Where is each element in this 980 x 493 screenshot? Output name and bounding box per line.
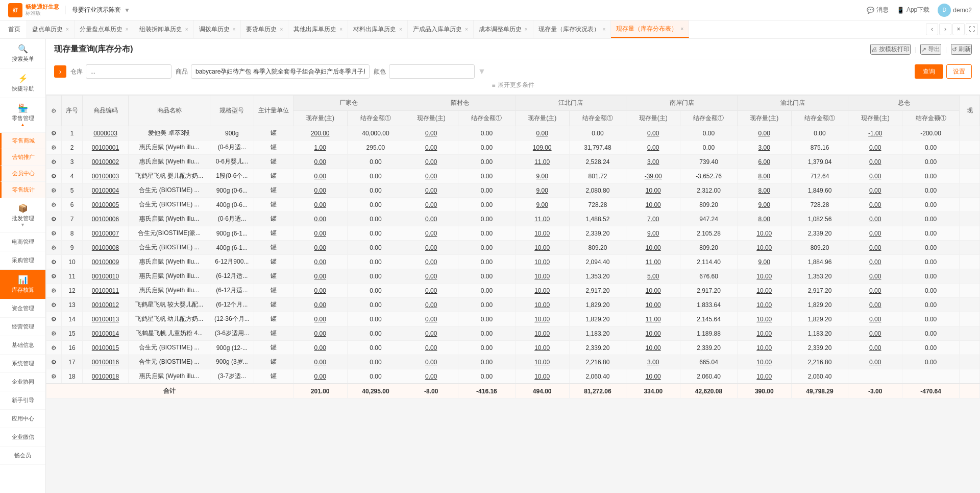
tab-prev-btn[interactable]: ‹ — [926, 23, 938, 35]
tab-close-all-btn[interactable]: × — [952, 23, 965, 35]
sidebar-item-basic[interactable]: 基础信息 — [0, 336, 45, 355]
cell-yimd-amt: 2,060.40 — [791, 369, 848, 384]
app-download-btn[interactable]: 📱 App下载 — [897, 6, 929, 14]
cell-settings[interactable]: ⚙ — [46, 255, 62, 269]
cell-total-amt: 0.00 — [902, 155, 960, 169]
sidebar-item-system[interactable]: 系统管理 — [0, 355, 45, 373]
tab-close-icon[interactable]: × — [185, 27, 188, 32]
tab-sub-inventory[interactable]: 分量盘点单历史 × — [75, 20, 134, 38]
tab-home[interactable]: 首页 — [2, 20, 27, 38]
tab-material-outbound[interactable]: 材料出库单历史 × — [348, 20, 408, 38]
sidebar-item-vip-member[interactable]: 畅会员 — [0, 447, 45, 465]
message-btn[interactable]: 💬 消息 — [867, 6, 889, 14]
tab-order-history[interactable]: 要货单历史 × — [241, 20, 288, 38]
tab-close-icon[interactable]: × — [233, 27, 236, 32]
cell-settings[interactable]: ⚙ — [46, 298, 62, 312]
tab-inventory-single[interactable]: 盘点单历史 × — [27, 20, 75, 38]
cell-extra — [960, 212, 980, 226]
sidebar-item-inventory[interactable]: 📊 库存核算 — [0, 270, 45, 299]
cell-name: 合生元 (BIOSTIME) ... — [129, 341, 210, 355]
cell-settings[interactable]: ⚙ — [46, 183, 62, 198]
table-row: ⚙ 16 00100015 合生元 (BIOSTIME) ... 900g (1… — [46, 341, 980, 355]
cell-settings[interactable]: ⚙ — [46, 226, 62, 241]
table-row: ⚙ 12 00100011 惠氏启赋 (Wyeth illu... (6-12月… — [46, 284, 980, 298]
cell-settings[interactable]: ⚙ — [46, 169, 62, 183]
tab-other-outbound[interactable]: 其他出库单历史 × — [288, 20, 348, 38]
cell-settings[interactable]: ⚙ — [46, 312, 62, 326]
user-menu[interactable]: D demo2 — [938, 4, 972, 17]
sidebar-item-enterprise[interactable]: 企业协同 — [0, 373, 45, 391]
expand-more-btn[interactable]: ≡ 展开更多条件 — [54, 79, 972, 89]
sidebar-item-retail-store[interactable]: 零售商城 — [0, 133, 45, 149]
tab-transfer[interactable]: 调拨单历史 × — [194, 20, 241, 38]
th-total-qty: 现存量(主) — [848, 111, 902, 126]
sidebar-item-enterprise-wechat[interactable]: 企业微信 — [0, 428, 45, 447]
sidebar-item-search[interactable]: 🔍 搜索英单 — [0, 39, 45, 68]
cell-total-qty: 0.00 — [848, 140, 902, 155]
cell-name: 惠氏启赋 (Wyeth illu... — [129, 155, 210, 169]
cell-settings[interactable]: ⚙ — [46, 155, 62, 169]
tab-stock-status[interactable]: 现存量（库存状况表） × — [533, 20, 611, 38]
sidebar-item-marketing[interactable]: 营销推广 — [0, 149, 45, 166]
sidebar-item-wholesale[interactable]: 📦 批发管理 ▼ — [0, 198, 45, 233]
tab-close-icon[interactable]: × — [465, 27, 468, 32]
sidebar-item-quicknav[interactable]: ⚡ 快捷导航 — [0, 68, 45, 98]
cell-mcc-qty: 0.00 — [404, 369, 458, 384]
sidebar-item-guide[interactable]: 新手引导 — [0, 391, 45, 410]
cell-settings[interactable]: ⚙ — [46, 341, 62, 355]
tab-cost-adjust[interactable]: 成本调整单历史 × — [474, 20, 533, 38]
sidebar-item-finance[interactable]: 资金管理 — [0, 299, 45, 318]
tab-close-icon[interactable]: × — [399, 27, 402, 32]
sidebar-item-app-center[interactable]: 应用中心 — [0, 410, 45, 428]
cell-settings[interactable]: ⚙ — [46, 212, 62, 226]
tab-close-icon[interactable]: × — [66, 27, 69, 32]
tab-close-icon[interactable]: × — [603, 27, 606, 32]
filter-collapse-btn[interactable]: › — [54, 65, 66, 78]
tab-close-icon[interactable]: × — [280, 27, 283, 32]
color-input[interactable] — [389, 64, 475, 79]
tab-finished-inbound[interactable]: 产成品入库单历史 × — [408, 20, 474, 38]
cell-total-amt — [902, 369, 960, 384]
settings-button[interactable]: 设置 — [946, 64, 972, 79]
table-row: ⚙ 5 00100004 合生元 (BIOSTIME) ... 900g (0-… — [46, 183, 980, 198]
print-button[interactable]: 🖨 按模板打印 — [870, 44, 911, 55]
sidebar-item-retail-stats[interactable]: 零售统计 — [0, 182, 45, 198]
tab-close-icon[interactable]: × — [680, 26, 683, 32]
cell-settings[interactable]: ⚙ — [46, 326, 62, 341]
tab-close-icon[interactable]: × — [525, 27, 528, 32]
tab-stock-dist[interactable]: 现存量（库存分布表） × — [611, 20, 689, 38]
query-button[interactable]: 查询 — [915, 64, 943, 79]
cell-settings[interactable]: ⚙ — [46, 284, 62, 298]
warehouse-input[interactable] — [86, 64, 172, 79]
sidebar-item-retail[interactable]: 🏪 零售管理 ▲ — [0, 98, 45, 133]
cell-jbmd-qty: 10.00 — [515, 226, 569, 241]
cell-yimd-qty: 10.00 — [737, 226, 791, 241]
tab-close-icon[interactable]: × — [339, 27, 342, 32]
cell-spec: (6-12月适... — [210, 269, 254, 284]
tab-close-icon[interactable]: × — [126, 27, 129, 32]
cell-mcc-amt: 0.00 — [458, 169, 516, 183]
th-settings[interactable]: ⚙ — [46, 96, 62, 126]
sidebar-item-member[interactable]: 会员中心 — [0, 166, 45, 182]
cell-settings[interactable]: ⚙ — [46, 269, 62, 284]
export-button[interactable]: ↗ 导出 — [920, 44, 941, 55]
cell-code: 00100001 — [83, 140, 129, 155]
tab-next-btn[interactable]: › — [939, 23, 951, 35]
sidebar-item-operations[interactable]: 经营管理 — [0, 318, 45, 336]
cell-mcc-qty: 0.00 — [404, 284, 458, 298]
cell-settings[interactable]: ⚙ — [46, 140, 62, 155]
cell-settings[interactable]: ⚙ — [46, 126, 62, 140]
tab-group-disassemble[interactable]: 组装拆卸单历史 × — [134, 20, 194, 38]
refresh-button[interactable]: ↺ 刷新 — [951, 44, 972, 55]
color-dropdown-icon[interactable]: ▼ — [478, 67, 486, 76]
sidebar-item-ecommerce[interactable]: 电商管理 — [0, 233, 45, 251]
cell-settings[interactable]: ⚙ — [46, 198, 62, 212]
cell-settings[interactable]: ⚙ — [46, 241, 62, 255]
cell-settings[interactable]: ⚙ — [46, 355, 62, 369]
cell-settings[interactable]: ⚙ — [46, 369, 62, 384]
sidebar-item-purchase[interactable]: 采购管理 — [0, 251, 45, 270]
tab-expand-btn[interactable]: ⛶ — [966, 23, 978, 35]
company-selector[interactable]: 母婴行业演示陈套 ▼ — [65, 6, 136, 14]
product-input[interactable] — [191, 64, 370, 79]
cell-namd-amt: 2,114.40 — [680, 255, 738, 269]
